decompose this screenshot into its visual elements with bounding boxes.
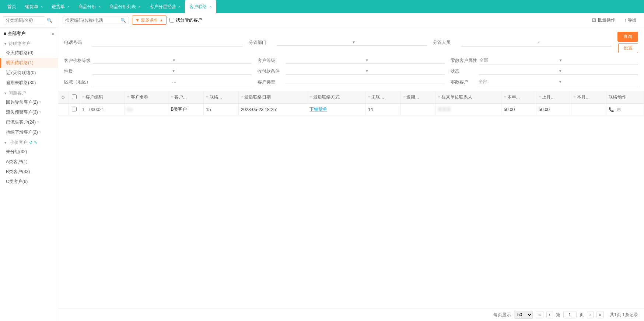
th-contact[interactable]: 联络...	[204, 91, 239, 104]
sidebar-search-icon[interactable]: 🔍	[47, 18, 52, 23]
nav-customer-contact[interactable]: 客户联络 ×	[185, 0, 216, 13]
sidebar-item-today[interactable]: 今天待联络(0)	[0, 48, 58, 58]
close-sales-icon[interactable]: ×	[41, 4, 43, 9]
prev-page-button[interactable]: ‹	[546, 311, 553, 318]
problem-group-header[interactable]: 问题客户	[0, 88, 58, 97]
filter-manager-select[interactable]: ···	[461, 38, 612, 47]
sidebar-item-churn-warn[interactable]: 流失预警客户(3) ?	[0, 107, 58, 117]
row-last-method: 下销货单	[307, 104, 366, 115]
action-phone-icon[interactable]: 📞	[609, 107, 614, 112]
row-uncontacted: 14	[365, 104, 400, 115]
filter-dept-select[interactable]: ▼	[277, 39, 427, 46]
th-this-month[interactable]: 本月...	[571, 91, 606, 104]
customer-table: ⚙ 客户编码 客户名称 客户... 联络... 最后联络日期 最后联络方式 未联…	[58, 91, 644, 115]
row-type: B类客户	[168, 104, 204, 115]
filter-retail-attr-select[interactable]: 全部▼	[479, 56, 638, 65]
page-input[interactable]	[563, 311, 577, 318]
next-page-button[interactable]: ›	[587, 311, 594, 318]
toolbar: 🔍 ▼ 更多条件 ▲ 我分管的客户 ☑ 批量操作 ↑ 导出	[58, 13, 644, 27]
nav-analysis[interactable]: 商品分析 ×	[74, 0, 105, 13]
sidebar-item-overdue[interactable]: 逾期未联络(30)	[0, 78, 58, 88]
th-code[interactable]: 客户编码	[80, 91, 125, 104]
export-button[interactable]: ↑ 导出	[621, 16, 640, 24]
more-filter-button[interactable]: ▼ 更多条件 ▲	[132, 15, 167, 25]
filter-customer-level-select[interactable]: ▼	[286, 57, 445, 64]
sidebar-item-ungrouped[interactable]: 未分组(32)	[0, 147, 58, 157]
top-nav: 首页 销货单 × 进货单 × 商品分析 × 商品分析列表 × 客户分层经营 × …	[0, 0, 644, 13]
filter-phone-input[interactable]	[92, 39, 243, 46]
nav-customer-tier[interactable]: 客户分层经营 ×	[145, 0, 185, 13]
filter-actions: 查询 设置	[617, 32, 638, 53]
filter-row-1: 电话号码 分管部门 ▼ 分管人员 ··· 查询 设置	[64, 30, 638, 55]
page-size-select[interactable]: 50 100 200	[514, 311, 533, 319]
filter-status: 状态 ▼	[451, 68, 638, 75]
filter-row-4: 区域（地区） ··· 客户类型 零散客户 全部▼	[64, 76, 638, 88]
pagination: 每页显示 50 100 200 « ‹ 第 页 › » 共1页 1条记录	[58, 308, 644, 321]
th-overdue[interactable]: 逾期...	[400, 91, 435, 104]
th-last-method[interactable]: 最后联络方式	[307, 91, 366, 104]
refresh-icon[interactable]: ↺	[29, 140, 32, 145]
select-all-checkbox[interactable]	[72, 94, 77, 99]
nav-analysis-list[interactable]: 商品分析列表 ×	[105, 0, 145, 13]
filter-customer-level: 客户等级 ▼	[258, 57, 445, 64]
th-settings[interactable]: ⚙	[58, 91, 69, 104]
edit-value-icon[interactable]: ✎	[34, 140, 37, 145]
collapse-icon: «	[52, 31, 54, 37]
filter-area-select[interactable]: ···	[93, 78, 252, 86]
sidebar: 🔍 ■ 全部客户 « 待联络客户 今天待联络(0) 明天待联络(1) 近7天待联…	[0, 13, 58, 321]
my-customer-checkbox[interactable]	[169, 18, 174, 23]
close-analysis-icon[interactable]: ×	[98, 4, 101, 9]
th-checkbox	[69, 91, 80, 104]
sidebar-item-a-type[interactable]: A类客户(1)	[0, 157, 58, 167]
batch-button[interactable]: ☑ 批量操作	[589, 16, 618, 24]
nav-home[interactable]: 首页	[3, 0, 21, 13]
th-type[interactable]: 客户...	[168, 91, 204, 104]
filter-customer-value: 客户价格等级 ▼	[64, 57, 252, 64]
nav-sales[interactable]: 销货单 ×	[21, 0, 47, 13]
pending-group-header[interactable]: 待联络客户	[0, 38, 58, 48]
sidebar-item-declining[interactable]: 持续下滑客户(2) ?	[0, 127, 58, 137]
sidebar-item-churned[interactable]: 已流失客户(24) ?	[0, 117, 58, 127]
sidebar-item-7days[interactable]: 近7天待联络(0)	[0, 68, 58, 78]
filter-status-select[interactable]: ▼	[479, 68, 638, 75]
toolbar-right: ☑ 批量操作 ↑ 导出	[589, 16, 640, 24]
filter-manager: 分管人员 ···	[433, 38, 612, 47]
total-info: 共1页 1条记录	[610, 312, 638, 318]
query-button[interactable]: 查询	[617, 32, 638, 42]
th-last-date[interactable]: 最后联络日期	[238, 91, 307, 104]
main-search-wrap: 🔍	[63, 17, 129, 24]
th-name[interactable]: 客户名称	[125, 91, 168, 104]
table-header-row: ⚙ 客户编码 客户名称 客户... 联络... 最后联络日期 最后联络方式 未联…	[58, 91, 644, 104]
sidebar-item-tomorrow[interactable]: 明天待联络(1)	[0, 58, 58, 68]
filter-nature-select[interactable]: ▼	[92, 68, 252, 75]
row-checkbox[interactable]	[72, 107, 77, 111]
th-uncontacted[interactable]: 未联...	[365, 91, 400, 104]
action-qr-icon[interactable]: ⊞	[617, 107, 621, 112]
filter-retail-customer-select[interactable]: 全部▼	[479, 77, 638, 86]
close-purchase-icon[interactable]: ×	[67, 4, 69, 9]
close-customer-tier-icon[interactable]: ×	[178, 4, 181, 9]
sidebar-search-input[interactable]	[3, 16, 45, 24]
th-unit-contact[interactable]: 往来单位联系人	[435, 91, 501, 104]
value-group-header[interactable]: 价值客户 ↺ ✎	[0, 137, 58, 147]
sidebar-item-b-type[interactable]: B类客户(33)	[0, 167, 58, 177]
close-analysis-list-icon[interactable]: ×	[138, 4, 140, 9]
main-search-input[interactable]	[65, 18, 120, 23]
nav-purchase[interactable]: 进货单 ×	[47, 0, 74, 13]
filter-customer-type-select[interactable]	[286, 81, 445, 83]
th-last-month[interactable]: 上月...	[536, 91, 571, 104]
last-page-button[interactable]: »	[596, 311, 604, 318]
row-action: 📞 ⊞	[606, 104, 644, 115]
first-page-button[interactable]: «	[536, 311, 543, 318]
sidebar-item-c-type[interactable]: C类客户(6)	[0, 177, 58, 187]
filter-payment-select[interactable]: ▼	[286, 68, 445, 75]
settings-button[interactable]: 设置	[618, 43, 638, 53]
filter-customer-value-select[interactable]: ▼	[93, 57, 252, 64]
main-search-icon[interactable]: 🔍	[120, 18, 126, 23]
close-customer-contact-icon[interactable]: ×	[209, 4, 211, 9]
all-customers-header[interactable]: ■ 全部客户 «	[0, 28, 58, 38]
my-customer-checkbox-wrap[interactable]: 我分管的客户	[169, 17, 202, 23]
sidebar-item-repurchase[interactable]: 回购异常客户(2) ?	[0, 97, 58, 107]
th-this-year[interactable]: 本年...	[501, 91, 536, 104]
table-row: 1 000021 Ea B类客户 15 2023-05-23 18:25: 下销…	[58, 104, 644, 115]
